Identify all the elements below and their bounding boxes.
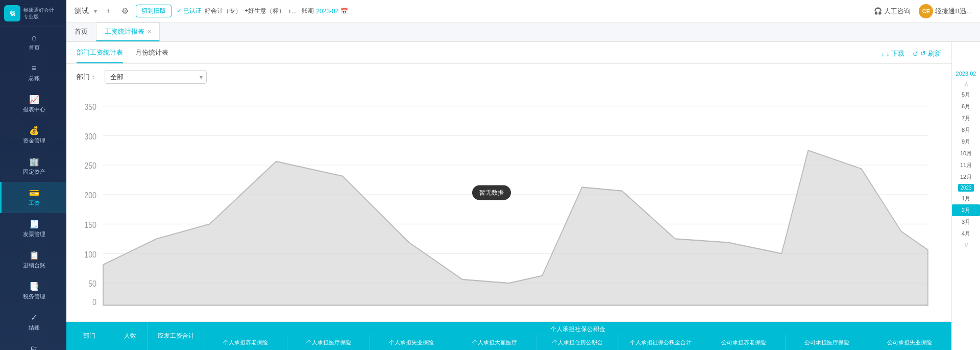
app-name: 畅康通好会计 (23, 7, 54, 13)
group-personal-sub: 个人承担养老保险 个人承担医疗保险 个人承担失业保险 个人承担大额医疗 个人承担 (204, 335, 951, 350)
sidebar-label-checkout: 结账 (29, 324, 40, 332)
sub-tab-month[interactable]: 月份统计表 (135, 48, 168, 63)
user-name: 轻捷通B迅... (935, 7, 972, 16)
sidebar-item-reports[interactable]: 📈 报表中心 (0, 88, 66, 120)
tab-salary-report-label: 工资统计报表 (105, 27, 144, 36)
ledger-icon: ≡ (32, 64, 36, 73)
topbar-settings-icon[interactable]: ⚙ (119, 4, 131, 18)
group-personal-header: 个人承担社保公积金 (204, 322, 951, 335)
status-item-0: 好会计（专） (205, 7, 241, 15)
sidebar-label-invoice: 发票管理 (23, 230, 45, 238)
sub-tab-dept[interactable]: 部门工资统计表 (77, 48, 123, 63)
chart-tooltip: 暂无数据 (472, 185, 511, 200)
panel-month-12[interactable]: 12月 (952, 171, 980, 183)
col-dept: 部门 (66, 322, 112, 350)
sidebar-label-tax: 税务管理 (23, 293, 45, 300)
panel-down-button[interactable]: ∨ (963, 240, 970, 250)
sidebar-item-home[interactable]: ⌂ 首页 (0, 27, 66, 58)
dept-select[interactable]: 全部 (105, 70, 207, 84)
sidebar-item-checkout[interactable]: ✓ 结账 (0, 307, 66, 338)
col-dept-label: 部门 (83, 332, 95, 340)
certified-status: ✓ 已认证 (177, 7, 202, 15)
sidebar-item-trade[interactable]: 📋 进销台账 (0, 244, 66, 275)
sidebar-item-archive[interactable]: 🗂 归档管理 (0, 338, 66, 350)
content-main: 部门工资统计表 月份统计表 ↓ ↓ 下载 ↺ ↺ 刷新 (66, 42, 951, 350)
sidebar-label-home: 首页 (29, 44, 40, 52)
sub-tabbar: 部门工资统计表 月份统计表 ↓ ↓ 下载 ↺ ↺ 刷新 (66, 42, 951, 64)
panel-month-10[interactable]: 10月 (952, 148, 980, 159)
user-initials: CE (922, 8, 930, 14)
col-company-unemployment: 公司承担失业保险 (868, 335, 951, 350)
col-personal-total: 个人承担社保公积金合计 (619, 335, 702, 350)
switch-to-old-button[interactable]: 切到旧版 (136, 5, 172, 17)
col-wage: 应发工资合计 (148, 322, 204, 350)
funds-icon: 💰 (29, 126, 39, 135)
toolbar: 部门： 全部 ▾ (66, 64, 951, 90)
col-unemployment-label: 个人承担失业保险 (389, 339, 434, 346)
sub-tab-dept-label: 部门工资统计表 (77, 49, 123, 56)
sidebar-item-invoice[interactable]: 🧾 发票管理 (0, 213, 66, 244)
refresh-button[interactable]: ↺ ↺ 刷新 (913, 49, 941, 58)
sidebar-label-ledger: 总账 (29, 75, 40, 82)
table-header: 部门 人数 应发工资合计 个人承担社保公积金 个人承担养老保险 (66, 321, 951, 350)
topbar-add-icon[interactable]: ＋ (102, 4, 114, 18)
panel-month-8[interactable]: 8月 (952, 124, 980, 136)
sidebar: 畅 畅康通好会计 专业版 ⌂ 首页 ≡ 总账 📈 报表中心 💰 资金管理 🏢 固… (0, 0, 66, 350)
tooltip-text: 暂无数据 (479, 189, 504, 196)
col-major-medical-label: 个人承担大额医疗 (472, 339, 517, 346)
col-medical-label: 个人承担医疗保险 (306, 339, 351, 346)
panel-date-label[interactable]: 2023.02 (955, 68, 977, 79)
svg-text:50: 50 (88, 279, 96, 289)
tab-home[interactable]: 首页 (66, 22, 96, 41)
col-medical: 个人承担医疗保险 (287, 335, 371, 350)
panel-month-4[interactable]: 4月 (952, 228, 980, 240)
period-value[interactable]: 2023-02 (316, 8, 338, 15)
app-sub: 专业版 (23, 13, 54, 20)
sidebar-item-funds[interactable]: 💰 资金管理 (0, 120, 66, 151)
topbar-status: ✓ 已认证 好会计（专） +好生意（标） +... (177, 7, 297, 15)
group-personal-label: 个人承担社保公积金 (550, 325, 605, 333)
user-profile-button[interactable]: CE 轻捷通B迅... (919, 4, 972, 18)
refresh-label: ↺ 刷新 (920, 49, 941, 58)
human-service-label: 人工咨询 (884, 7, 911, 16)
dept-label: 部门： (77, 73, 96, 82)
svg-text:300: 300 (84, 132, 96, 141)
topbar-title: 测试 (75, 7, 89, 16)
download-label: ↓ 下载 (886, 49, 904, 58)
panel-month-7[interactable]: 7月 (952, 112, 980, 124)
sidebar-label-trade: 进销台账 (23, 262, 45, 269)
panel-month-11[interactable]: 11月 (952, 159, 980, 171)
tab-close-button[interactable]: × (148, 28, 151, 35)
sidebar-nav: ⌂ 首页 ≡ 总账 📈 报表中心 💰 资金管理 🏢 固定资产 💳 工资 🧾 发票… (0, 27, 66, 350)
panel-month-2-active[interactable]: 2月 (952, 204, 980, 216)
panel-month-5[interactable]: 5月 (952, 89, 980, 101)
sidebar-item-ledger[interactable]: ≡ 总账 (0, 58, 66, 88)
download-button[interactable]: ↓ ↓ 下载 (881, 49, 905, 58)
app-logo-icon: 畅 (4, 5, 20, 21)
sidebar-item-assets[interactable]: 🏢 固定资产 (0, 151, 66, 182)
sidebar-item-salary[interactable]: 💳 工资 (0, 182, 66, 213)
panel-up-button[interactable]: ∧ (963, 79, 970, 89)
home-icon: ⌂ (32, 33, 37, 42)
panel-month-1[interactable]: 1月 (952, 193, 980, 204)
reports-icon: 📈 (29, 95, 39, 104)
panel-month-9[interactable]: 9月 (952, 136, 980, 148)
panel-month-3[interactable]: 3月 (952, 216, 980, 228)
status-item-1: +好生意（标） (244, 7, 285, 15)
panel-month-6[interactable]: 6月 (952, 101, 980, 112)
tab-salary-report[interactable]: 工资统计报表 × (96, 22, 160, 41)
calendar-icon[interactable]: 📅 (340, 8, 348, 15)
col-company-unemployment-label: 公司承担失业保险 (887, 339, 932, 346)
col-company-medical-label: 公司承担医疗保险 (804, 339, 849, 346)
sidebar-label-salary: 工资 (29, 199, 40, 207)
topbar-period: 账期 2023-02 📅 (302, 7, 348, 15)
invoice-icon: 🧾 (29, 219, 39, 229)
panel-year-2023[interactable]: 2023 (958, 184, 973, 192)
group-personal: 个人承担社保公积金 个人承担养老保险 个人承担医疗保险 个人承担失业保险 (204, 322, 951, 350)
chart-area: 350 300 250 200 150 100 50 0 (66, 90, 951, 321)
col-housing-label: 个人承担住房公积金 (552, 339, 603, 346)
sidebar-item-tax[interactable]: 📑 税务管理 (0, 275, 66, 307)
human-service-button[interactable]: 🎧 人工咨询 (874, 7, 911, 16)
topbar-dropdown-arrow[interactable]: ▾ (94, 8, 97, 15)
tabbar: 首页 工资统计报表 × (66, 22, 980, 42)
